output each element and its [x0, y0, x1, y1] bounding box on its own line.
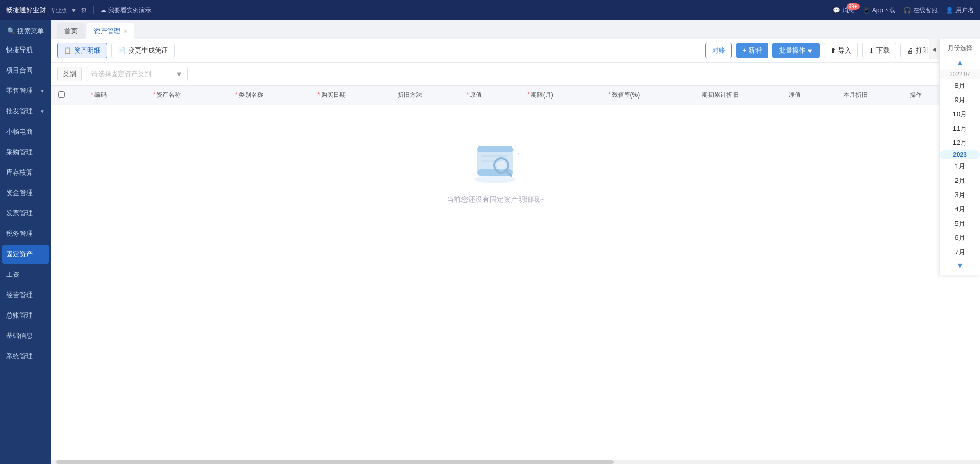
- app-download-button[interactable]: 📱 App下载: [863, 6, 895, 15]
- company-dropdown[interactable]: ▼: [71, 7, 77, 13]
- basic-label: 基础信息: [6, 331, 33, 340]
- search-menu-button[interactable]: 🔍 搜索菜单: [0, 22, 51, 40]
- import-icon: ⬆: [830, 47, 836, 55]
- wholesale-label: 批发管理: [6, 107, 33, 116]
- retail-arrow: ▼: [40, 88, 45, 94]
- month-9[interactable]: 9月: [940, 93, 980, 107]
- sidebar-item-ecommerce[interactable]: 小畅电商: [2, 122, 49, 141]
- online-service-button[interactable]: 🎧 在线客服: [903, 6, 938, 15]
- sidebar-item-finance[interactable]: 资金管理: [2, 183, 49, 203]
- month-panel-collapse[interactable]: ◀: [929, 39, 939, 59]
- month-up-nav[interactable]: ▲: [954, 56, 966, 69]
- sidebar-item-ledger[interactable]: 总账管理: [2, 306, 49, 325]
- filter-row: 类别 请选择固定资产类别 ▼: [51, 63, 980, 86]
- print-label: 打印: [916, 46, 929, 55]
- settings-icon[interactable]: ⚙: [81, 6, 87, 14]
- quick-nav-label: 快捷导航: [6, 45, 33, 55]
- search-menu-label: 搜索菜单: [17, 27, 44, 35]
- main-area: 首页 资产管理 × 📋 资产明细 📄 变更生成凭证: [51, 20, 980, 464]
- month-3[interactable]: 3月: [940, 188, 980, 202]
- add-new-label: + 新增: [743, 46, 762, 55]
- year-2023-label: 2023: [940, 150, 980, 159]
- col-monthly-depreciation: 本月折旧: [818, 86, 893, 105]
- change-voucher-label: 变更生成凭证: [128, 46, 168, 55]
- svg-point-11: [515, 145, 516, 146]
- sidebar-item-fixed-assets[interactable]: 固定资产: [2, 245, 49, 264]
- sidebar-item-tax[interactable]: 税务管理: [2, 224, 49, 243]
- add-new-button[interactable]: + 新增: [736, 43, 768, 58]
- headset-icon: 🎧: [903, 7, 911, 14]
- month-6[interactable]: 6月: [940, 231, 980, 245]
- sidebar-item-purchase[interactable]: 采购管理: [2, 142, 49, 162]
- svg-point-9: [512, 149, 514, 151]
- app-download-label: App下载: [872, 6, 895, 15]
- asset-detail-label: 资产明细: [74, 46, 101, 55]
- batch-operations-label: 批量操作: [779, 46, 805, 55]
- message-button[interactable]: 💬 消息 99+: [832, 6, 854, 15]
- table-wrap: *编码 *资产名称 *类别名称 *购买日期 折旧方法 *原值 *期限(月) *残…: [51, 86, 980, 460]
- col-purchase-date: *购买日期: [290, 86, 373, 105]
- month-2[interactable]: 2月: [940, 174, 980, 188]
- svg-point-0: [475, 175, 516, 183]
- sub-tab-change-voucher[interactable]: 📄 变更生成凭证: [111, 43, 175, 58]
- svg-rect-2: [477, 146, 513, 152]
- tab-home[interactable]: 首页: [57, 23, 85, 39]
- import-button[interactable]: ⬆ 导入: [824, 43, 858, 58]
- user-profile-button[interactable]: 👤 用户名: [946, 6, 974, 15]
- batch-operations-button[interactable]: 批量操作 ▼: [772, 43, 820, 58]
- scrollbar-thumb[interactable]: [56, 460, 614, 464]
- month-11[interactable]: 11月: [940, 121, 980, 136]
- month-4[interactable]: 4月: [940, 202, 980, 216]
- month-8[interactable]: 8月: [940, 79, 980, 93]
- month-12[interactable]: 12月: [940, 136, 980, 150]
- collapse-arrow: ◀: [932, 46, 936, 52]
- col-residual-rate: *残值率(%): [579, 86, 669, 105]
- purchase-label: 采购管理: [6, 148, 33, 157]
- month-panel: 月份选择 ▲ 2022.07 8月 9月 10月 11月 12月 2023 1月…: [939, 39, 980, 275]
- month-10[interactable]: 10月: [940, 107, 980, 121]
- month-1[interactable]: 1月: [940, 159, 980, 174]
- svg-point-10: [518, 153, 519, 155]
- category-select[interactable]: 请选择固定资产类别 ▼: [86, 67, 188, 81]
- svg-point-7: [497, 161, 506, 170]
- sidebar-item-system[interactable]: 系统管理: [2, 347, 49, 366]
- sidebar-item-inventory[interactable]: 库存核算: [2, 163, 49, 182]
- tab-close-icon[interactable]: ×: [124, 28, 127, 35]
- list-icon: 📋: [64, 47, 71, 54]
- select-all-checkbox[interactable]: [58, 91, 65, 98]
- tab-asset-management[interactable]: 资产管理 ×: [87, 23, 134, 39]
- sidebar-item-project[interactable]: 项目合同: [2, 61, 49, 80]
- month-7[interactable]: 7月: [940, 245, 980, 259]
- sub-tab-asset-detail[interactable]: 📋 资产明细: [57, 43, 107, 58]
- edition-label: 专业版: [50, 7, 67, 14]
- download-button[interactable]: ⬇ 下载: [862, 43, 896, 58]
- reconcile-button[interactable]: 对账: [705, 43, 732, 58]
- empty-text: 当前您还没有固定资产明细哦~: [447, 195, 544, 204]
- batch-arrow-icon: ▼: [806, 47, 813, 55]
- sidebar-item-management[interactable]: 经营管理: [2, 285, 49, 305]
- month-5[interactable]: 5月: [940, 216, 980, 231]
- horizontal-scrollbar[interactable]: [51, 460, 980, 464]
- invoice-label: 发票管理: [6, 209, 33, 218]
- user-icon: 👤: [946, 7, 953, 14]
- category-placeholder: 请选择固定资产类别: [91, 69, 151, 79]
- retail-label: 零售管理: [6, 86, 33, 95]
- month-down-nav[interactable]: ▼: [954, 259, 966, 273]
- finance-label: 资金管理: [6, 188, 33, 198]
- download-icon: ⬇: [869, 47, 874, 55]
- sidebar-item-retail[interactable]: 零售管理 ▼: [2, 81, 49, 101]
- tab-asset-label: 资产管理: [94, 27, 120, 36]
- cloud-icon: ☁: [100, 7, 106, 14]
- col-operation: 操作: [893, 86, 939, 105]
- svg-rect-4: [482, 155, 508, 157]
- sidebar-item-quick-nav[interactable]: 快捷导航: [2, 40, 49, 60]
- app-icon: 📱: [863, 7, 870, 14]
- sidebar-item-wholesale[interactable]: 批发管理 ▼: [2, 102, 49, 121]
- sidebar-item-basic[interactable]: 基础信息: [2, 326, 49, 346]
- sidebar-item-salary[interactable]: 工资: [2, 265, 49, 284]
- top-bar-right: 💬 消息 99+ 📱 App下载 🎧 在线客服 👤 用户名: [832, 6, 974, 15]
- sidebar-item-invoice[interactable]: 发票管理: [2, 204, 49, 223]
- company-name: 畅捷通好业财: [6, 6, 46, 15]
- app-body: 🔍 搜索菜单 快捷导航 项目合同 零售管理 ▼ 批发管理 ▼ 小畅电商 采购管理…: [0, 20, 980, 464]
- demo-link[interactable]: ☁ 我要看实例演示: [100, 6, 151, 15]
